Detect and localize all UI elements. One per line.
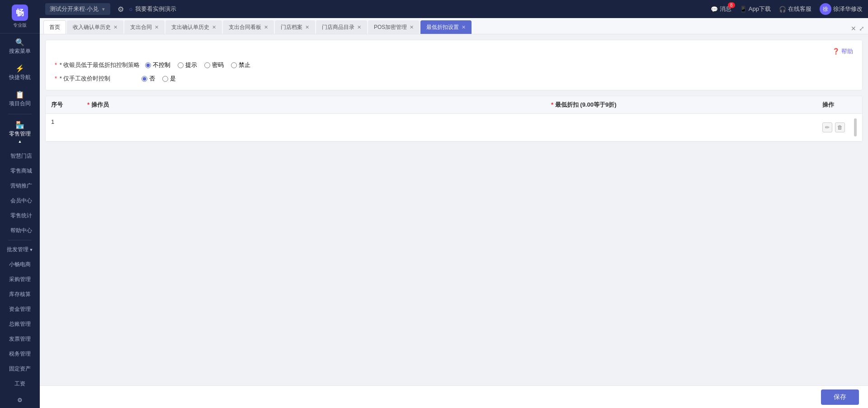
- tab-payment-board[interactable]: 支出合同看板 ✕: [223, 20, 274, 34]
- table-card: 序号 * 操作员 * 最低折扣 (9.00等于9折) 操作 1 ✏: [45, 96, 863, 142]
- sidebar-item-member[interactable]: 会员中心: [0, 193, 40, 208]
- purchase-label: 采购管理: [9, 276, 31, 282]
- tab-store-products-close[interactable]: ✕: [357, 24, 361, 30]
- topbar-settings-icon[interactable]: ⚙: [118, 5, 124, 14]
- tab-expand-icon[interactable]: ⤢: [859, 25, 864, 32]
- radio-no[interactable]: 否: [142, 75, 155, 83]
- manual-price-label: * * 仅手工改价时控制: [55, 75, 136, 83]
- radio-password[interactable]: 密码: [204, 61, 224, 69]
- tab-income-close[interactable]: ✕: [113, 24, 118, 30]
- demo-link[interactable]: ○ 我要看实例演示: [129, 5, 177, 13]
- content-area: ❓ 帮助 * * 收银员低于最低折扣控制策略 不控制 提示: [40, 34, 868, 385]
- online-service-button[interactable]: 🎧 在线客服: [779, 5, 811, 13]
- cell-operator-1: [82, 114, 546, 141]
- col-operator-text: 操作员: [91, 101, 109, 108]
- message-button[interactable]: 💬 消息 8: [711, 5, 731, 13]
- radio-remind-input[interactable]: [178, 62, 184, 68]
- tab-pos-lock-close[interactable]: ✕: [410, 24, 414, 30]
- ecommerce-label: 小畅电商: [9, 261, 31, 267]
- radio-yes[interactable]: 是: [162, 75, 176, 83]
- retail-icon: 🏪: [15, 121, 24, 129]
- tab-payment-history-label: 支出确认单历史: [171, 23, 209, 31]
- tab-min-discount-label: 最低折扣设置: [426, 23, 459, 31]
- radio-yes-input[interactable]: [162, 76, 168, 82]
- sidebar-item-search[interactable]: 🔍 搜索菜单: [0, 33, 40, 60]
- radio-remind[interactable]: 提示: [178, 61, 197, 69]
- sidebar-item-tax[interactable]: 税务管理: [0, 347, 40, 361]
- sidebar-item-inventory[interactable]: 库存核算: [0, 287, 40, 302]
- tab-store-products[interactable]: 门店商品目录 ✕: [316, 20, 367, 34]
- cell-seq-1: 1: [46, 114, 82, 141]
- radio-no-input[interactable]: [142, 76, 147, 82]
- marketing-label: 营销推广: [10, 183, 32, 189]
- scrollbar[interactable]: [854, 118, 857, 136]
- edit-button[interactable]: ✏: [822, 122, 832, 132]
- avatar: 徐: [820, 3, 831, 15]
- tab-store-archive-close[interactable]: ✕: [305, 24, 309, 30]
- sidebar-item-shortcut[interactable]: ⚡ 快捷导航: [0, 60, 40, 86]
- tab-payment-board-close[interactable]: ✕: [264, 24, 268, 30]
- manual-price-row: * * 仅手工改价时控制 否 是: [55, 75, 853, 83]
- sidebar-item-invoice[interactable]: 发票管理: [0, 332, 40, 347]
- chevron-up-icon: ▲: [18, 139, 22, 144]
- online-store-label: 零售商城: [10, 168, 32, 174]
- sidebar-item-salary[interactable]: 工资: [0, 376, 40, 391]
- radio-no-limit-input[interactable]: [145, 62, 151, 68]
- table-header: 序号 * 操作员 * 最低折扣 (9.00等于9折) 操作: [46, 96, 862, 114]
- sidebar-item-fixed-assets[interactable]: 固定资产: [0, 361, 40, 376]
- user-name: 徐泽华修改: [833, 5, 863, 13]
- tab-min-discount[interactable]: 最低折扣设置 ✕: [420, 20, 472, 34]
- sidebar-item-marketing[interactable]: 营销推广: [0, 178, 40, 193]
- tab-pos-lock[interactable]: POS加密管理 ✕: [368, 20, 420, 34]
- sidebar-item-finance[interactable]: 资金管理: [0, 302, 40, 317]
- tab-store-archive[interactable]: 门店档案 ✕: [275, 20, 315, 34]
- sidebar-item-online-store[interactable]: 零售商城: [0, 164, 40, 178]
- settings-card: ❓ 帮助 * * 收银员低于最低折扣控制策略 不控制 提示: [45, 40, 863, 90]
- save-button[interactable]: 保存: [821, 389, 859, 405]
- tab-payment-history-close[interactable]: ✕: [212, 24, 216, 30]
- radio-forbidden-input[interactable]: [231, 62, 237, 68]
- radio-no-label: 否: [149, 75, 155, 83]
- invoice-label: 发票管理: [9, 336, 31, 342]
- help-label: 帮助中心: [10, 227, 32, 234]
- sidebar-item-project[interactable]: 📋 项目合同: [0, 86, 40, 112]
- sidebar-item-ecommerce[interactable]: 小畅电商: [0, 257, 40, 272]
- tab-home[interactable]: 首页: [43, 20, 66, 34]
- app-download-button[interactable]: 📱 App下载: [740, 5, 771, 13]
- sidebar-item-smart-store[interactable]: 智慧门店: [0, 149, 40, 164]
- sidebar-item-purchase[interactable]: 采购管理: [0, 272, 40, 287]
- search-icon: 🔍: [15, 38, 24, 46]
- radio-forbidden[interactable]: 禁止: [231, 61, 250, 69]
- sidebar-item-wholesale[interactable]: 批发管理 ▼: [0, 242, 40, 257]
- demo-text: 我要看实例演示: [135, 5, 176, 13]
- tab-min-discount-close[interactable]: ✕: [462, 24, 466, 30]
- tab-store-archive-label: 门店档案: [281, 23, 302, 31]
- sidebar-item-ledger[interactable]: 总账管理: [0, 317, 40, 332]
- tab-store-products-label: 门店商品目录: [322, 23, 354, 31]
- delete-button[interactable]: 🗑: [835, 122, 845, 132]
- sidebar-nav: 🔍 搜索菜单 ⚡ 快捷导航 📋 项目合同 🏪 零售管理 ▲ 智慧门店 零售商城 …: [0, 33, 40, 391]
- radio-password-input[interactable]: [204, 62, 210, 68]
- manual-price-options: 否 是: [142, 75, 176, 83]
- tab-payment-contract[interactable]: 支出合同 ✕: [124, 20, 165, 34]
- fixed-assets-label: 固定资产: [9, 366, 31, 372]
- project-selector[interactable]: 测试分开来程·小兑 ▼: [45, 3, 110, 15]
- discount-strategy-label: * * 收银员低于最低折扣控制策略: [55, 61, 140, 69]
- col-header-discount: * 最低折扣 (9.00等于9折): [546, 96, 817, 113]
- settings-gear[interactable]: ⚙: [17, 391, 23, 408]
- user-menu[interactable]: 徐 徐泽华修改: [820, 3, 863, 15]
- tab-payment-contract-close[interactable]: ✕: [155, 24, 159, 30]
- tab-income[interactable]: 收入确认单历史 ✕: [67, 20, 123, 34]
- help-link[interactable]: ❓ 帮助: [832, 47, 853, 56]
- online-service-label: 在线客服: [788, 5, 811, 13]
- tab-close-all-icon[interactable]: ✕: [851, 25, 856, 32]
- sidebar-item-help[interactable]: 帮助中心: [0, 223, 40, 238]
- sidebar-item-retail[interactable]: 🏪 零售管理 ▲: [0, 116, 40, 149]
- tabbar: 首页 收入确认单历史 ✕ 支出合同 ✕ 支出确认单历史 ✕ 支出合同看板 ✕ 门…: [40, 18, 868, 34]
- finance-label: 资金管理: [9, 306, 31, 312]
- tab-payment-history[interactable]: 支出确认单历史 ✕: [165, 20, 222, 34]
- radio-no-limit[interactable]: 不控制: [145, 61, 170, 69]
- sidebar-item-retail-stats[interactable]: 零售统计: [0, 208, 40, 223]
- inventory-label: 库存核算: [9, 291, 31, 297]
- radio-remind-label: 提示: [185, 61, 197, 69]
